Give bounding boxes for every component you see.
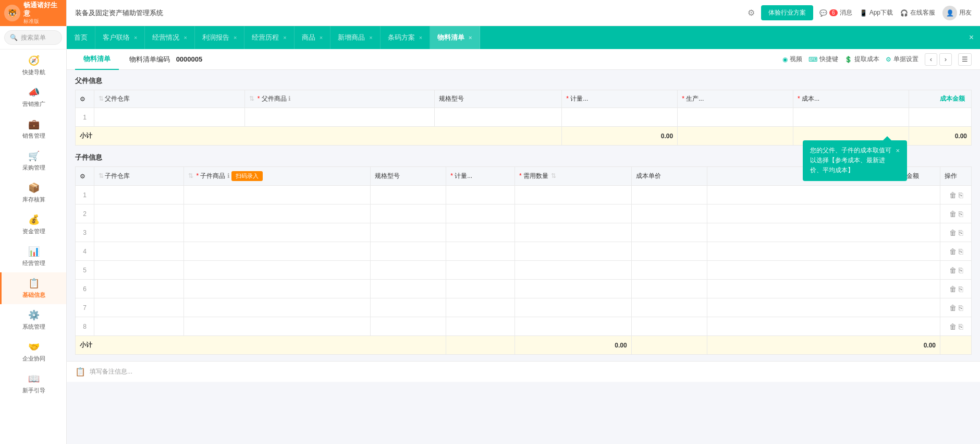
sidebar-item-quick-nav[interactable]: 🧭 快捷导航 [0,50,66,81]
child-qty-cell[interactable] [515,261,632,280]
child-unit-cost-cell[interactable] [631,186,707,205]
tab-customer-close[interactable]: × [134,34,137,41]
child-qty-cell[interactable] [515,242,632,261]
sidebar-item-operations[interactable]: 📊 经营管理 [0,241,66,272]
delete-icon[interactable]: 🗑 [949,322,957,331]
child-goods-cell[interactable] [184,298,371,317]
child-unit-cell[interactable] [446,186,515,205]
child-goods-cell[interactable] [184,317,371,336]
child-spec-cell[interactable] [370,261,446,280]
tab-goods[interactable]: 商品 × [295,26,330,49]
tab-goods-close[interactable]: × [320,34,323,41]
sidebar-item-finance[interactable]: 💰 资金管理 [0,209,66,241]
child-warehouse-cell[interactable] [94,298,184,317]
copy-icon[interactable]: ⎘ [959,247,963,256]
parent-production-cell[interactable] [678,108,793,127]
child-warehouse-cell[interactable] [94,242,184,261]
parent-col-settings[interactable]: ⚙ [76,90,94,108]
scan-button[interactable]: 扫码录入 [231,171,263,181]
delete-icon[interactable]: 🗑 [949,247,957,256]
tab-customer[interactable]: 客户联络 × [95,26,145,49]
sidebar-item-purchase[interactable]: 🛒 采购管理 [0,145,66,177]
child-warehouse-cell[interactable] [94,280,184,298]
child-warehouse-cell[interactable] [94,317,184,336]
shortcut-action[interactable]: ⌨ 快捷键 [808,55,838,64]
child-unit-cell[interactable] [446,280,515,298]
parent-unit-cell[interactable] [562,108,678,127]
table-view-btn[interactable]: ☰ [958,53,972,66]
page-prev-btn[interactable]: ‹ [925,53,937,66]
sub-tab-bom[interactable]: 物料清单 [75,49,119,70]
child-unit-cost-cell[interactable] [631,298,707,317]
copy-icon[interactable]: ⎘ [959,191,963,199]
delete-icon[interactable]: 🗑 [949,304,957,312]
single-settings-action[interactable]: ⚙ 单据设置 [886,55,918,64]
copy-icon[interactable]: ⎘ [959,322,963,331]
sidebar-item-system[interactable]: ⚙️ 系统管理 [0,304,66,336]
child-warehouse-cell[interactable] [94,261,184,280]
close-all-button[interactable]: × [963,33,980,42]
child-unit-cost-cell[interactable] [631,317,707,336]
child-unit-cell[interactable] [446,317,515,336]
child-unit-cell[interactable] [446,205,515,223]
copy-icon[interactable]: ⎘ [959,304,963,312]
child-unit-cell[interactable] [446,242,515,261]
sidebar-item-guide[interactable]: 📖 新手引导 [0,368,66,400]
child-qty-cell[interactable] [515,298,632,317]
child-unit-cost-cell[interactable] [631,261,707,280]
delete-icon[interactable]: 🗑 [949,229,957,237]
child-spec-cell[interactable] [370,223,446,242]
sidebar-item-sales[interactable]: 💼 销售管理 [0,113,66,145]
view-action[interactable]: ◉ 视频 [782,55,802,64]
child-unit-cost-cell[interactable] [631,242,707,261]
child-spec-cell[interactable] [370,280,446,298]
tab-profit[interactable]: 利润报告 × [195,26,244,49]
tab-bom[interactable]: 物料清单 × [430,26,480,49]
child-goods-cell[interactable] [184,280,371,298]
tab-profit-close[interactable]: × [234,34,237,41]
child-unit-cost-cell[interactable] [631,223,707,242]
child-warehouse-cell[interactable] [94,186,184,205]
child-goods-cell[interactable] [184,242,371,261]
tab-new-goods-close[interactable]: × [369,34,372,41]
sidebar-item-cooperation[interactable]: 🤝 企业协同 [0,336,66,368]
delete-icon[interactable]: 🗑 [949,191,957,199]
sidebar-item-inventory[interactable]: 📦 库存核算 [0,177,66,209]
settings-icon[interactable]: ⚙ [748,8,755,18]
child-spec-cell[interactable] [370,298,446,317]
parent-cost-cell[interactable] [793,108,909,127]
child-qty-cell[interactable] [515,223,632,242]
page-next-btn[interactable]: › [939,53,952,66]
child-unit-cell[interactable] [446,298,515,317]
child-spec-cell[interactable] [370,317,446,336]
copy-icon[interactable]: ⎘ [959,229,963,237]
user-menu[interactable]: 👤 用友 [942,6,972,20]
tab-history[interactable]: 经营历程 × [244,26,294,49]
child-qty-cell[interactable] [515,205,632,223]
child-goods-cell[interactable] [184,205,371,223]
message-button[interactable]: 💬 6 消息 [819,8,852,17]
copy-icon[interactable]: ⎘ [959,210,963,218]
child-warehouse-cell[interactable] [94,205,184,223]
tab-new-goods[interactable]: 新增商品 × [330,26,380,49]
child-unit-cost-cell[interactable] [631,280,707,298]
delete-icon[interactable]: 🗑 [949,210,957,218]
extract-cost-action[interactable]: 💲 提取成本 [844,55,879,64]
parent-spec-cell[interactable] [434,108,561,127]
search-menu-button[interactable]: 🔍 搜索菜单 [4,30,62,45]
tab-barcode[interactable]: 条码方案 × [381,26,430,49]
child-warehouse-cell[interactable] [94,223,184,242]
child-spec-cell[interactable] [370,242,446,261]
tab-operations-close[interactable]: × [183,34,187,41]
child-unit-cost-cell[interactable] [631,205,707,223]
tab-history-close[interactable]: × [283,34,286,41]
copy-icon[interactable]: ⎘ [959,266,963,274]
sidebar-item-basic-info[interactable]: 📋 基础信息 [0,272,66,304]
parent-warehouse-cell[interactable] [94,108,245,127]
online-service-button[interactable]: 🎧 在线客服 [900,8,935,17]
child-qty-cell[interactable] [515,317,632,336]
app-download-button[interactable]: 📱 App下载 [860,8,893,17]
trial-button[interactable]: 体验行业方案 [761,5,813,20]
sidebar-item-marketing[interactable]: 📣 营销推广 [0,81,66,113]
tab-operations[interactable]: 经营情况 × [145,26,194,49]
